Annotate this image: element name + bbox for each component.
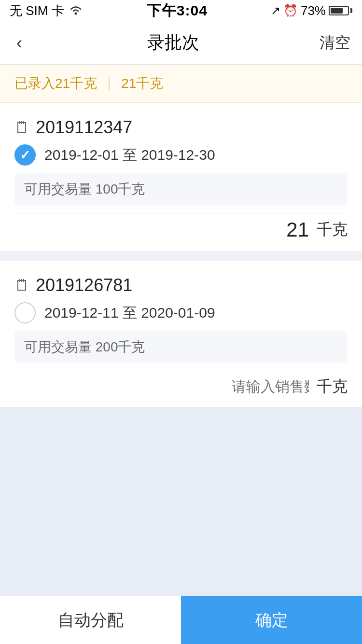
svg-point-0 — [74, 12, 77, 14]
bottom-bar: 自动分配 确定 — [0, 596, 362, 644]
batch1-unit: 千克 — [317, 219, 348, 240]
batch1-header: 🗒 2019112347 — [14, 117, 348, 138]
status-left: 无 SIM 卡 — [10, 2, 84, 19]
batch1-checkmark: ✓ — [20, 148, 30, 163]
status-right: ↗ ⏰ 73% — [271, 3, 352, 18]
bottom-space — [0, 407, 362, 610]
batch1-doc-icon: 🗒 — [14, 119, 30, 137]
auto-distribute-button[interactable]: 自动分配 — [0, 596, 181, 644]
batch2-id: 2019126781 — [36, 275, 132, 295]
batch2-qty-row: 千克 — [14, 371, 348, 397]
status-time: 下午3:04 — [147, 1, 208, 21]
batch1-date-row: ✓ 2019-12-01 至 2019-12-30 — [14, 144, 348, 166]
location-icon: ↗ — [271, 4, 280, 17]
batch-item-2[interactable]: 🗒 2019126781 2019-12-11 至 2020-01-09 可用交… — [0, 261, 362, 407]
batch2-header: 🗒 2019126781 — [14, 275, 348, 295]
wifi-icon — [68, 3, 84, 18]
status-bar: 无 SIM 卡 下午3:04 ↗ ⏰ 73% — [0, 0, 362, 21]
batch2-qty-input[interactable] — [232, 378, 309, 395]
batch-item-1[interactable]: 🗒 2019112347 ✓ 2019-12-01 至 2019-12-30 可… — [0, 103, 362, 251]
batch2-date: 2019-12-11 至 2020-01-09 — [44, 303, 215, 323]
batch1-radio[interactable]: ✓ — [14, 144, 36, 166]
info-banner: 已录入21千克 21千克 — [0, 65, 362, 103]
confirm-button[interactable]: 确定 — [181, 596, 362, 644]
total-amount: 21千克 — [121, 74, 163, 93]
recorded-amount: 已录入21千克 — [14, 74, 97, 93]
clear-button[interactable]: 清空 — [320, 32, 350, 54]
batch1-available: 可用交易量 100千克 — [14, 173, 348, 205]
batch2-radio[interactable] — [14, 302, 36, 323]
batch1-qty-row: 千克 — [14, 213, 348, 241]
section-divider — [0, 251, 362, 261]
alarm-icon: ⏰ — [283, 4, 298, 17]
battery-percent: 73% — [301, 3, 326, 18]
back-button[interactable]: ‹ — [12, 28, 27, 58]
batch2-date-row: 2019-12-11 至 2020-01-09 — [14, 302, 348, 323]
batch2-available: 可用交易量 200千克 — [14, 331, 348, 363]
batch1-date: 2019-12-01 至 2019-12-30 — [44, 145, 215, 165]
no-sim-text: 无 SIM 卡 — [10, 2, 64, 19]
batch1-id: 2019112347 — [36, 117, 132, 138]
batch2-doc-icon: 🗒 — [14, 277, 30, 294]
battery-icon — [329, 6, 352, 15]
page-title: 录批次 — [147, 31, 199, 55]
batch2-unit: 千克 — [317, 376, 348, 397]
batch1-qty-input[interactable] — [232, 218, 309, 241]
info-divider — [109, 77, 110, 90]
nav-bar: ‹ 录批次 清空 — [0, 21, 362, 65]
